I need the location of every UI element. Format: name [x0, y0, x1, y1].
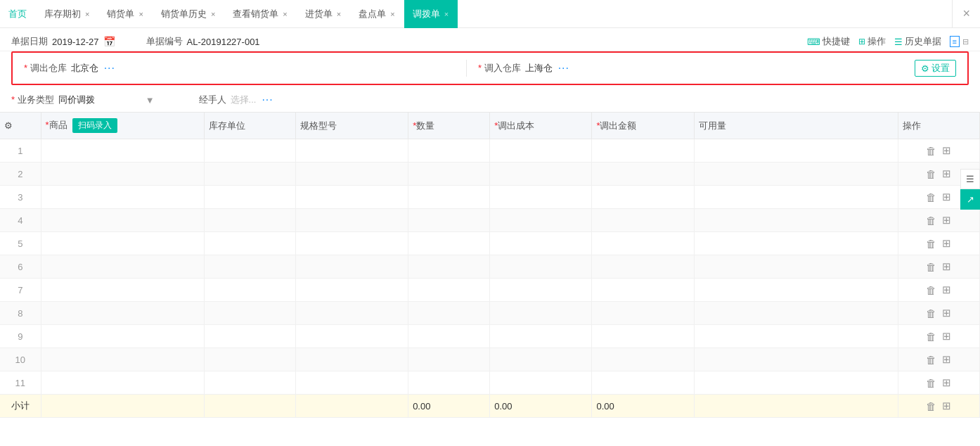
- spec-cell[interactable]: [296, 163, 408, 186]
- qty-cell[interactable]: [408, 371, 490, 395]
- cost-cell[interactable]: [490, 371, 592, 395]
- in-warehouse-more-button[interactable]: ···: [558, 62, 569, 75]
- amount-cell[interactable]: [592, 186, 694, 209]
- copy-icon[interactable]: ⊞: [942, 144, 951, 157]
- qty-cell[interactable]: [408, 255, 490, 279]
- available-cell[interactable]: [694, 255, 898, 279]
- available-cell[interactable]: [694, 302, 898, 325]
- spec-cell[interactable]: [296, 348, 408, 371]
- tab-6[interactable]: 盘点单×: [350, 0, 404, 28]
- right-doc-button[interactable]: ☰: [960, 169, 980, 189]
- amount-cell[interactable]: [592, 209, 694, 232]
- amount-cell[interactable]: [592, 163, 694, 186]
- tab-close-4[interactable]: ×: [283, 10, 287, 18]
- qty-cell[interactable]: [408, 139, 490, 163]
- spec-cell[interactable]: [296, 371, 408, 395]
- product-cell[interactable]: [41, 325, 204, 348]
- copy-icon[interactable]: ⊞: [942, 167, 951, 180]
- out-warehouse-more-button[interactable]: ···: [104, 62, 115, 75]
- tab-7[interactable]: 调拨单×: [404, 0, 458, 28]
- qty-cell[interactable]: [408, 325, 490, 348]
- unit-cell[interactable]: [204, 255, 296, 279]
- person-more-button[interactable]: ···: [262, 94, 273, 106]
- product-cell[interactable]: [41, 348, 204, 371]
- cost-cell[interactable]: [490, 325, 592, 348]
- spec-cell[interactable]: [296, 302, 408, 325]
- subtotal-delete-icon[interactable]: 🗑: [926, 400, 936, 412]
- qty-cell[interactable]: [408, 163, 490, 186]
- delete-icon[interactable]: 🗑: [926, 145, 936, 157]
- spec-cell[interactable]: [296, 325, 408, 348]
- amount-cell[interactable]: [592, 232, 694, 255]
- subtotal-copy-icon[interactable]: ⊞: [942, 400, 951, 412]
- cost-cell[interactable]: [490, 348, 592, 371]
- copy-icon[interactable]: ⊞: [942, 376, 951, 389]
- tab-1[interactable]: 库存期初×: [36, 0, 98, 28]
- tab-4[interactable]: 查看销货单×: [224, 0, 296, 28]
- product-cell[interactable]: [41, 255, 204, 279]
- product-cell[interactable]: [41, 371, 204, 395]
- product-cell[interactable]: [41, 209, 204, 232]
- th-gear[interactable]: ⚙: [0, 113, 41, 139]
- product-cell[interactable]: [41, 139, 204, 163]
- delete-icon[interactable]: 🗑: [926, 191, 936, 203]
- copy-icon[interactable]: ⊞: [942, 353, 951, 366]
- qty-cell[interactable]: [408, 279, 490, 302]
- available-cell[interactable]: [694, 139, 898, 163]
- available-cell[interactable]: [694, 163, 898, 186]
- spec-cell[interactable]: [296, 186, 408, 209]
- copy-icon[interactable]: ⊞: [942, 214, 951, 227]
- cost-cell[interactable]: [490, 163, 592, 186]
- available-cell[interactable]: [694, 325, 898, 348]
- tab-2[interactable]: 销货单×: [98, 0, 152, 28]
- spec-cell[interactable]: [296, 209, 408, 232]
- spec-cell[interactable]: [296, 279, 408, 302]
- delete-icon[interactable]: 🗑: [926, 307, 936, 319]
- amount-cell[interactable]: [592, 348, 694, 371]
- product-cell[interactable]: [41, 279, 204, 302]
- delete-icon[interactable]: 🗑: [926, 261, 936, 273]
- delete-icon[interactable]: 🗑: [926, 331, 936, 343]
- available-cell[interactable]: [694, 371, 898, 395]
- amount-cell[interactable]: [592, 139, 694, 163]
- available-cell[interactable]: [694, 209, 898, 232]
- unit-cell[interactable]: [204, 186, 296, 209]
- delete-icon[interactable]: 🗑: [926, 215, 936, 227]
- copy-icon[interactable]: ⊞: [942, 191, 951, 203]
- tab-close-1[interactable]: ×: [85, 10, 89, 18]
- cost-cell[interactable]: [490, 255, 592, 279]
- unit-cell[interactable]: [204, 163, 296, 186]
- calendar-icon[interactable]: 📅: [103, 36, 115, 47]
- copy-icon[interactable]: ⊞: [942, 330, 951, 343]
- delete-icon[interactable]: 🗑: [926, 377, 936, 389]
- tab-3[interactable]: 销货单历史×: [153, 0, 224, 28]
- amount-cell[interactable]: [592, 302, 694, 325]
- spec-cell[interactable]: [296, 232, 408, 255]
- cost-cell[interactable]: [490, 209, 592, 232]
- shortcut-button[interactable]: ⌨ 快捷键: [807, 35, 850, 48]
- copy-icon[interactable]: ⊞: [942, 260, 951, 273]
- layout-icon-1[interactable]: ≡: [950, 36, 960, 47]
- spec-cell[interactable]: [296, 139, 408, 163]
- tab-5[interactable]: 进货单×: [297, 0, 350, 28]
- unit-cell[interactable]: [204, 209, 296, 232]
- spec-cell[interactable]: [296, 255, 408, 279]
- qty-cell[interactable]: [408, 209, 490, 232]
- cost-cell[interactable]: [490, 186, 592, 209]
- product-cell[interactable]: [41, 302, 204, 325]
- history-button[interactable]: ☰ 历史单据: [894, 35, 941, 48]
- tab-close-3[interactable]: ×: [211, 10, 215, 18]
- unit-cell[interactable]: [204, 302, 296, 325]
- cost-cell[interactable]: [490, 279, 592, 302]
- available-cell[interactable]: [694, 348, 898, 371]
- product-cell[interactable]: [41, 186, 204, 209]
- qty-cell[interactable]: [408, 186, 490, 209]
- qty-cell[interactable]: [408, 348, 490, 371]
- tab-close-5[interactable]: ×: [337, 10, 341, 18]
- unit-cell[interactable]: [204, 371, 296, 395]
- amount-cell[interactable]: [592, 371, 694, 395]
- product-cell[interactable]: [41, 232, 204, 255]
- layout-icon-2[interactable]: ⊟: [962, 37, 969, 46]
- tab-close-7[interactable]: ×: [444, 10, 449, 18]
- operate-button[interactable]: ⊞ 操作: [858, 35, 886, 48]
